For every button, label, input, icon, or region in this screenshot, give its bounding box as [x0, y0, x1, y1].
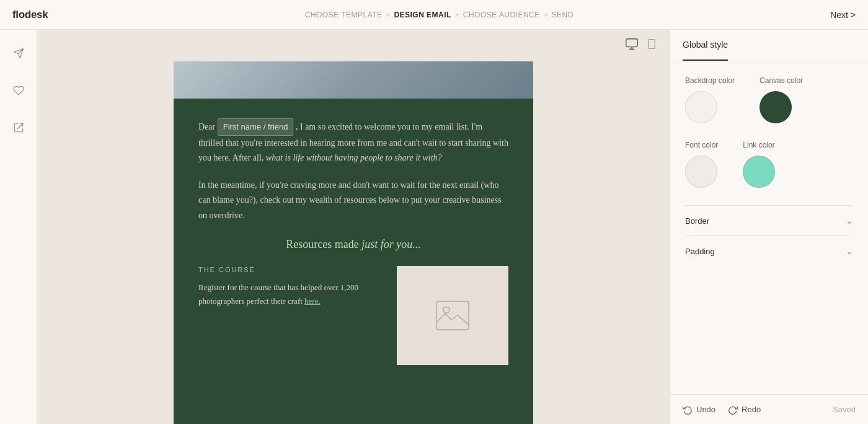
padding-row[interactable]: Padding ⌄ — [685, 236, 853, 266]
breadcrumb-sep-3: > — [544, 11, 548, 19]
breadcrumb-design-email[interactable]: DESIGN EMAIL — [394, 11, 451, 19]
svg-point-9 — [443, 307, 450, 313]
canvas-color-group: Canvas color — [760, 76, 803, 123]
undo-button[interactable]: Undo — [683, 405, 715, 415]
next-button[interactable]: Next > — [830, 10, 856, 20]
course-text: THE COURSE Register for the course that … — [198, 266, 384, 365]
resources-normal: Resources made — [286, 238, 358, 250]
padding-chevron-icon: ⌄ — [846, 246, 853, 256]
course-image-placeholder[interactable] — [397, 266, 508, 365]
course-label: THE COURSE — [198, 266, 384, 273]
top-nav: flodesk CHOOSE TEMPLATE > DESIGN EMAIL >… — [0, 0, 868, 30]
breadcrumb-choose-audience[interactable]: CHOOSE AUDIENCE — [463, 11, 540, 19]
link-color-group: Link color — [743, 141, 775, 188]
placeholder-image-icon — [435, 300, 470, 331]
send-icon[interactable] — [7, 42, 30, 64]
border-row[interactable]: Border ⌄ — [685, 205, 853, 236]
salutation-italic: what is life without having people to sh… — [266, 153, 442, 162]
email-body: Dear First name / friend , I am so excit… — [174, 99, 533, 385]
email-paragraph-2: In the meantime, if you're craving more … — [198, 178, 508, 224]
undo-icon — [683, 405, 693, 415]
border-label: Border — [685, 216, 709, 226]
app-logo: flodesk — [12, 9, 48, 21]
panel-content: Backdrop color Canvas color Font color L… — [670, 61, 868, 394]
backdrop-canvas-color-row: Backdrop color Canvas color — [685, 76, 853, 123]
backdrop-color-swatch[interactable] — [685, 91, 717, 123]
course-desc: Register for the course that has helped … — [198, 281, 384, 308]
svg-rect-3 — [626, 39, 637, 47]
backdrop-color-group: Backdrop color — [685, 76, 735, 123]
bottom-bar: Undo Redo Saved — [670, 394, 868, 424]
canvas-color-swatch[interactable] — [760, 91, 792, 123]
svg-rect-6 — [649, 40, 655, 49]
canvas-area: Dear First name / friend , I am so excit… — [37, 30, 670, 424]
breadcrumb: CHOOSE TEMPLATE > DESIGN EMAIL > CHOOSE … — [305, 11, 574, 19]
email-header-image — [174, 61, 533, 99]
main-content: Dear First name / friend , I am so excit… — [0, 30, 868, 424]
resources-italic: just for you... — [361, 238, 421, 250]
firstname-tag[interactable]: First name / friend — [218, 118, 294, 136]
font-color-swatch[interactable] — [685, 156, 717, 188]
redo-icon — [728, 405, 738, 415]
font-color-group: Font color — [685, 141, 718, 188]
tab-global-style[interactable]: Global style — [683, 30, 728, 61]
saved-label: Saved — [833, 405, 856, 414]
right-panel: Global style Backdrop color Canvas color… — [670, 30, 868, 424]
svg-line-2 — [17, 123, 22, 128]
breadcrumb-sep-1: > — [386, 11, 391, 19]
email-canvas[interactable]: Dear First name / friend , I am so excit… — [174, 61, 533, 424]
email-salutation: Dear First name / friend , I am so excit… — [198, 118, 508, 166]
padding-label: Padding — [685, 247, 715, 256]
left-sidebar — [0, 30, 37, 424]
canvas-color-label: Canvas color — [760, 76, 803, 85]
font-color-label: Font color — [685, 141, 718, 149]
email-course-section: THE COURSE Register for the course that … — [198, 266, 508, 365]
backdrop-color-label: Backdrop color — [685, 76, 735, 85]
svg-rect-8 — [436, 301, 469, 330]
breadcrumb-choose-template[interactable]: CHOOSE TEMPLATE — [305, 11, 383, 19]
breadcrumb-sep-2: > — [455, 11, 459, 19]
course-link[interactable]: here. — [304, 296, 321, 306]
export-icon[interactable] — [7, 117, 30, 139]
panel-tabs: Global style — [670, 30, 868, 61]
heart-icon[interactable] — [7, 79, 30, 102]
salutation-dear: Dear — [198, 122, 215, 131]
email-resources-heading: Resources made just for you... — [198, 238, 508, 251]
link-color-label: Link color — [743, 141, 775, 149]
breadcrumb-send[interactable]: SEND — [552, 11, 574, 19]
course-desc-start: Register for the course that has helped … — [198, 283, 358, 306]
mobile-icon[interactable] — [646, 37, 657, 54]
font-link-color-row: Font color Link color — [685, 141, 853, 188]
border-chevron-icon: ⌄ — [846, 216, 853, 226]
desktop-icon[interactable] — [625, 37, 639, 54]
link-color-swatch[interactable] — [743, 156, 775, 188]
undo-redo-group: Undo Redo — [683, 405, 761, 415]
canvas-toolbar — [37, 30, 670, 61]
redo-button[interactable]: Redo — [728, 405, 761, 415]
